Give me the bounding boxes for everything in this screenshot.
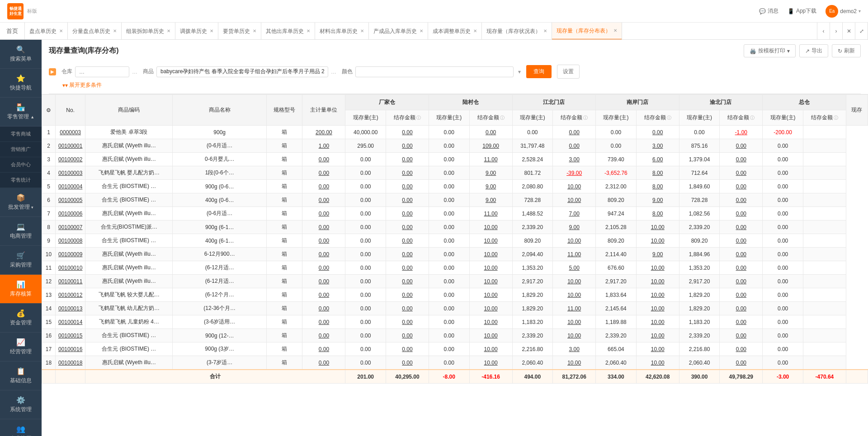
table-cell[interactable]: 0.00 (553, 126, 596, 139)
table-cell[interactable]: 11.00 (469, 153, 512, 166)
tab-next-btn[interactable]: › (830, 23, 843, 40)
table-cell[interactable]: 00100004 (56, 180, 85, 193)
table-cell[interactable]: 11.00 (553, 248, 596, 261)
table-cell[interactable]: 00100014 (56, 315, 85, 329)
info-icon[interactable]: ⓘ (750, 115, 755, 120)
table-cell[interactable]: 0.00 (720, 180, 763, 193)
table-cell[interactable]: 109.00 (469, 139, 512, 153)
tab-xiancun-dist[interactable]: 现存量（库存分布表） ✕ (552, 23, 622, 40)
sidebar-item-wholesale[interactable]: 📦 批发管理 ▾ (0, 188, 42, 217)
table-cell[interactable]: 0.00 (720, 356, 763, 370)
table-cell[interactable]: 0.00 (302, 288, 345, 302)
table-cell[interactable]: 0.00 (720, 153, 763, 166)
table-cell[interactable]: 0.00 (386, 342, 429, 356)
table-cell[interactable]: 0.00 (302, 153, 345, 166)
table-cell[interactable]: 200.00 (302, 126, 345, 139)
message-btn[interactable]: 💬 消息 (759, 7, 778, 15)
table-cell[interactable]: 0.00 (386, 356, 429, 370)
table-cell[interactable]: 0.00 (386, 288, 429, 302)
table-cell[interactable]: 0.00 (386, 207, 429, 220)
table-cell[interactable]: 0.00 (386, 180, 429, 193)
table-cell[interactable]: 00100005 (56, 193, 85, 207)
table-cell[interactable]: 0.00 (720, 288, 763, 302)
table-cell[interactable]: 0.00 (302, 193, 345, 207)
th-settings[interactable]: ⚙ (42, 95, 56, 126)
sidebar-item-retail-shop[interactable]: 零售商城 (0, 127, 42, 142)
table-cell[interactable]: 0.00 (386, 329, 429, 342)
print-btn[interactable]: 🖨️ 按模板打印 ▾ (744, 44, 796, 57)
app-download-btn[interactable]: 📱 App下载 (788, 7, 816, 15)
table-cell[interactable]: 10.00 (553, 356, 596, 370)
table-cell[interactable]: 0.00 (386, 139, 429, 153)
table-cell[interactable]: 0.00 (386, 234, 429, 248)
table-cell[interactable]: 3.00 (636, 139, 679, 153)
table-cell[interactable]: 0.00 (720, 315, 763, 329)
table-cell[interactable]: 10.00 (636, 220, 679, 234)
table-cell[interactable]: 0.00 (302, 220, 345, 234)
table-cell[interactable]: 0.00 (720, 234, 763, 248)
sidebar-item-retail-stats[interactable]: 零售统计 (0, 173, 42, 188)
table-cell[interactable]: 0.00 (302, 329, 345, 342)
table-cell[interactable]: 10.00 (553, 180, 596, 193)
close-icon[interactable]: ✕ (360, 23, 364, 40)
table-cell[interactable]: 00100002 (56, 153, 85, 166)
table-cell[interactable]: 00100015 (56, 329, 85, 342)
table-cell[interactable]: 10.00 (553, 275, 596, 288)
table-cell[interactable]: 0.00 (302, 207, 345, 220)
info-icon[interactable]: ⓘ (583, 115, 588, 120)
sidebar-item-ecommerce[interactable]: 💻 电商管理 (0, 217, 42, 246)
table-cell[interactable]: 0.00 (720, 302, 763, 315)
settings-btn[interactable]: 设置 (557, 65, 580, 79)
tab-chengpin[interactable]: 产成品入库单历史 ✕ (369, 23, 428, 40)
close-icon[interactable]: ✕ (420, 23, 423, 40)
table-cell[interactable]: 10.00 (469, 248, 512, 261)
table-cell[interactable]: 9.00 (469, 166, 512, 180)
export-btn[interactable]: ↗ 导出 (799, 44, 828, 57)
table-cell[interactable]: 8.00 (636, 166, 679, 180)
table-cell[interactable]: -1.00 (720, 126, 763, 139)
table-cell[interactable]: 0.00 (386, 315, 429, 329)
table-cell[interactable]: 0.00 (302, 342, 345, 356)
sidebar-item-finance[interactable]: 💰 资金管理 (0, 304, 42, 333)
table-cell[interactable]: 10.00 (553, 288, 596, 302)
table-cell[interactable]: 0.00 (386, 193, 429, 207)
color-input[interactable] (355, 66, 514, 77)
table-cell[interactable]: 00100013 (56, 302, 85, 315)
close-icon[interactable]: ✕ (210, 23, 213, 40)
sidebar-item-purchase[interactable]: 🛒 采购管理 (0, 246, 42, 275)
table-cell[interactable]: 0.00 (636, 126, 679, 139)
table-cell[interactable]: 00100016 (56, 342, 85, 356)
table-cell[interactable]: 10.00 (469, 302, 512, 315)
table-cell[interactable]: 0.00 (302, 261, 345, 275)
sidebar-item-operations[interactable]: 📈 经营管理 (0, 333, 42, 361)
table-cell[interactable]: 0.00 (302, 315, 345, 329)
table-cell[interactable]: 0.00 (386, 261, 429, 275)
tab-fenpandian[interactable]: 分量盘点单历史 ✕ (68, 23, 122, 40)
table-cell[interactable]: 11.00 (553, 302, 596, 315)
table-cell[interactable]: 1.00 (302, 139, 345, 153)
table-cell[interactable]: 10.00 (553, 329, 596, 342)
close-icon[interactable]: ✕ (167, 23, 170, 40)
tab-yaohuo[interactable]: 要货单历史 ✕ (218, 23, 261, 40)
table-cell[interactable]: 00100018 (56, 356, 85, 370)
tab-cailiao[interactable]: 材料出库单历史 ✕ (315, 23, 369, 40)
table-cell[interactable]: 8.00 (636, 180, 679, 193)
table-cell[interactable]: 0.00 (302, 302, 345, 315)
table-cell[interactable]: 10.00 (469, 342, 512, 356)
sidebar-item-retail-mgmt[interactable]: 🏪 零售管理 ▲ (0, 98, 42, 127)
table-cell[interactable]: 9.00 (469, 180, 512, 193)
table-cell[interactable]: 11.00 (469, 207, 512, 220)
sidebar-item-search[interactable]: 🔍 搜索英单 (0, 40, 42, 69)
close-icon[interactable]: ✕ (59, 23, 63, 40)
close-icon[interactable]: ✕ (473, 23, 477, 40)
table-cell[interactable]: 0.00 (302, 234, 345, 248)
close-icon[interactable]: ✕ (253, 23, 256, 40)
close-icon[interactable]: ✕ (307, 23, 310, 40)
table-cell[interactable]: 10.00 (636, 315, 679, 329)
table-cell[interactable]: 10.00 (469, 288, 512, 302)
table-cell[interactable]: 0.00 (302, 248, 345, 261)
close-icon[interactable]: ✕ (613, 23, 617, 39)
table-cell[interactable]: 0.00 (720, 342, 763, 356)
table-cell[interactable]: 10.00 (553, 193, 596, 207)
table-cell[interactable]: 9.00 (636, 193, 679, 207)
